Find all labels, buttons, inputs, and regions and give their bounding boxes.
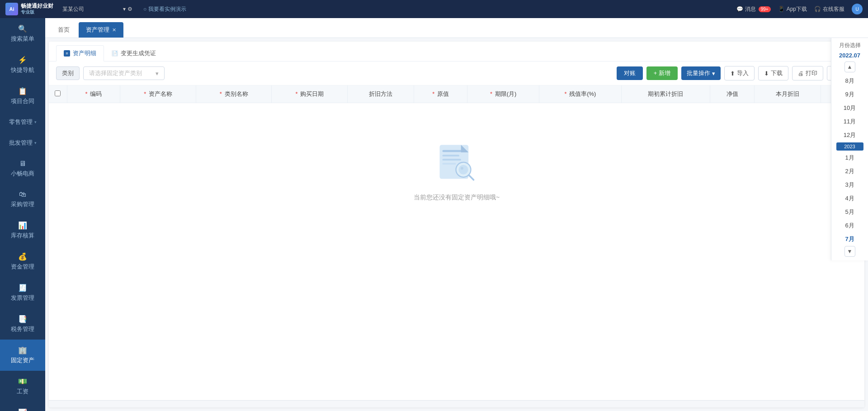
sidebar-item-tax-mgmt[interactable]: 📑 税务管理: [0, 308, 45, 340]
sidebar-item-search-menu[interactable]: 🔍 搜索菜单: [0, 18, 45, 49]
company-dropdown-icon[interactable]: ▾: [123, 6, 126, 12]
settings-icon[interactable]: ⚙: [127, 6, 132, 12]
print-button[interactable]: 🖨 打印: [792, 66, 823, 80]
month-item-9[interactable]: 9月: [836, 88, 863, 101]
th-original-value: * 原值: [414, 85, 467, 103]
project-icon: 📋: [18, 87, 27, 95]
toolbar-right: 对账 + 新增 批量操作 ▾ ⬆ 导入 ⬇ 下载: [617, 66, 857, 80]
top-bar-right: 💬 消息 99+ 📱 App下载 🎧 在线客服 U: [736, 4, 863, 14]
svg-point-8: [461, 167, 463, 170]
tax-icon: 📑: [18, 315, 27, 323]
month-item-12[interactable]: 12月: [836, 129, 863, 142]
import-icon: ⬆: [730, 70, 735, 77]
svg-rect-1: [443, 150, 463, 152]
sidebar-label: 库存核算: [11, 231, 34, 240]
purchase-icon: 🛍: [19, 190, 26, 198]
tab-asset-detail[interactable]: ≡ 资产明细: [56, 45, 104, 61]
th-asset-name: * 资产名称: [120, 85, 196, 103]
table-container[interactable]: * 编码 * 资产名称 * 类别名称: [49, 85, 864, 400]
demo-link[interactable]: ○ 我要看实例演示: [143, 5, 186, 13]
operations-icon: 📈: [18, 408, 27, 411]
th-period-months: * 期限(月): [467, 85, 539, 103]
month-item-1[interactable]: 1月: [836, 151, 863, 164]
th-monthly-depreciation: 本月折旧: [754, 85, 821, 103]
tab-asset-mgmt-label: 资产管理: [86, 26, 109, 34]
messages-btn[interactable]: 💬 消息 99+: [736, 5, 771, 13]
month-nav-down-button[interactable]: ▼: [844, 246, 855, 257]
svg-rect-3: [443, 159, 461, 161]
app-download-icon: 📱: [778, 6, 785, 12]
print-icon: 🖨: [798, 70, 804, 77]
tab-home[interactable]: 首页: [51, 22, 77, 38]
month-item-5[interactable]: 5月: [836, 206, 863, 218]
inventory-icon: 📊: [18, 221, 27, 230]
sidebar-item-wholesale-mgmt[interactable]: 批发管理 ▾: [0, 132, 45, 153]
brand-text-block: 畅捷通好业财 专业版: [21, 3, 53, 15]
sidebar-item-payroll[interactable]: 💵 工资: [0, 371, 45, 402]
top-bar: Ai 畅捷通好业财 专业版 ▾ ⚙ ○ 我要看实例演示 💬 消息 99+ 📱 A…: [0, 0, 868, 18]
th-category-name: * 类别名称: [196, 85, 272, 103]
tab-bar: 首页 资产管理 ✕: [45, 18, 868, 38]
month-item-4[interactable]: 4月: [836, 192, 863, 205]
month-nav-up-button[interactable]: ▲: [844, 61, 855, 72]
batch-dropdown-icon: ▾: [712, 70, 715, 77]
import-button[interactable]: ⬆ 导入: [724, 66, 755, 80]
sidebar-item-quick-nav[interactable]: ⚡ 快捷导航: [0, 49, 45, 80]
message-icon: 💬: [736, 6, 743, 12]
sidebar-label: 项目合同: [11, 97, 34, 105]
batch-button[interactable]: 批量操作 ▾: [681, 66, 721, 80]
sidebar-item-mini-ecommerce[interactable]: 🖥 小畅电商: [0, 153, 45, 184]
month-item-2[interactable]: 2月: [836, 165, 863, 178]
tab-close-icon[interactable]: ✕: [112, 27, 116, 33]
sidebar-item-project-contract[interactable]: 📋 项目合同: [0, 80, 45, 112]
fund-icon: 💰: [18, 252, 27, 261]
month-item-6[interactable]: 6月: [836, 219, 863, 232]
reconcile-button[interactable]: 对账: [617, 66, 643, 80]
filter-category-select[interactable]: 请选择固定资产类别 ▾: [83, 66, 165, 80]
tab-asset-mgmt[interactable]: 资产管理 ✕: [79, 22, 123, 38]
month-item-11[interactable]: 11月: [836, 115, 863, 128]
th-purchase-date: * 购买日期: [272, 85, 348, 103]
th-checkbox: [49, 85, 67, 103]
invoice-icon: 🧾: [18, 283, 27, 292]
sidebar-label: 采购管理: [11, 200, 34, 208]
sidebar-label: 资金管理: [11, 263, 34, 271]
sidebar-item-invoice-mgmt[interactable]: 🧾 发票管理: [0, 277, 45, 308]
tab-change-voucher[interactable]: 📄 变更生成凭证: [104, 45, 164, 61]
sidebar-item-fund-mgmt[interactable]: 💰 资金管理: [0, 246, 45, 277]
th-residual-rate: * 残值率(%): [539, 85, 621, 103]
month-item-10[interactable]: 10月: [836, 102, 863, 114]
company-input[interactable]: [62, 6, 121, 12]
sidebar-item-operations-mgmt[interactable]: 📈 经营管理: [0, 402, 45, 411]
content-area: 首页 资产管理 ✕ ≡ 资产明细 📄 变更生成凭证: [45, 18, 868, 411]
sidebar-item-fixed-assets[interactable]: 🏢 固定资产: [0, 340, 45, 371]
sidebar: 🔍 搜索菜单 ⚡ 快捷导航 📋 项目合同 零售管理 ▾ 批发管理 ▾ 🖥 小畅电…: [0, 18, 45, 411]
filter-category-label: 类别: [56, 66, 80, 80]
change-voucher-icon: 📄: [112, 50, 118, 57]
bottom-scrollbar[interactable]: [49, 400, 864, 407]
th-accumulated-depreciation: 期初累计折旧: [621, 85, 710, 103]
payroll-icon: 💵: [18, 377, 27, 386]
sidebar-item-purchase-mgmt[interactable]: 🛍 采购管理: [0, 184, 45, 215]
empty-state-icon: [429, 139, 484, 184]
online-service-btn[interactable]: 🎧 在线客服: [814, 5, 844, 13]
select-all-checkbox[interactable]: [55, 90, 61, 96]
sidebar-item-retail-mgmt[interactable]: 零售管理 ▾: [0, 112, 45, 132]
month-item-3[interactable]: 3月: [836, 179, 863, 191]
svg-rect-4: [443, 163, 456, 165]
company-selector[interactable]: ▾ ⚙: [62, 6, 132, 12]
sub-tab-asset-detail-label: 资产明细: [73, 49, 96, 57]
add-button[interactable]: + 新增: [646, 66, 678, 80]
month-panel: 月份选择 2022.07 ▲ 8月 9月 10月 11月 12月 2023 1月…: [831, 38, 868, 260]
month-year-badge-2023[interactable]: 2023: [836, 142, 863, 151]
download-button[interactable]: ⬇ 下载: [758, 66, 788, 80]
app-download-btn[interactable]: 📱 App下载: [778, 5, 807, 13]
logo-icon: Ai: [5, 3, 18, 15]
user-avatar[interactable]: U: [852, 4, 863, 14]
month-item-7[interactable]: 7月: [836, 233, 863, 246]
sidebar-label: 发票管理: [11, 294, 34, 302]
month-item-8[interactable]: 8月: [836, 75, 863, 87]
sidebar-item-inventory[interactable]: 📊 库存核算: [0, 215, 45, 246]
empty-state-row: 当前您还没有固定资产明细哦~: [49, 103, 864, 238]
demo-icon: ○: [143, 6, 146, 12]
